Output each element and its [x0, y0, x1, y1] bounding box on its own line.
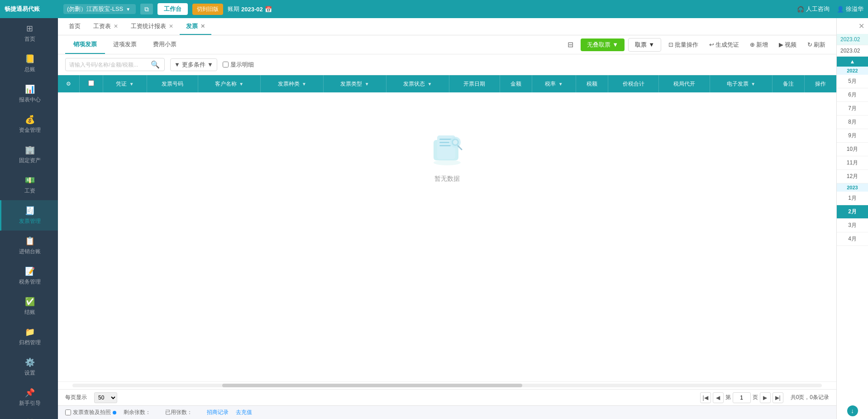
page-input[interactable] [733, 392, 751, 403]
sidebar-item-home[interactable]: ⊞ 首页 [0, 18, 58, 48]
last-page-button[interactable]: ▶| [773, 392, 783, 403]
bottom-status-bar: 发票查验及拍照 剩余张数： 已用张数： 招商记录 去充值 [58, 405, 836, 419]
take-invoice-button[interactable]: 取票 ▼ [628, 38, 661, 52]
invoice-status-filter-icon[interactable]: ▼ [427, 82, 432, 87]
invoice-type-filter-icon[interactable]: ▼ [302, 82, 306, 87]
ai-consult-button[interactable]: 🎧 人工咨询 [797, 5, 830, 13]
select-all-checkbox[interactable] [88, 80, 94, 86]
sub-tab-bar: 销项发票 进项发票 费用小票 ⊟ 无叠取票 ▼ [58, 35, 836, 54]
month-11[interactable]: 11月 [837, 156, 868, 170]
company-selector[interactable]: (勿删）江西股宝-LSS ▼ [63, 4, 136, 14]
tab-invoice-close[interactable]: ✕ [200, 23, 205, 29]
first-page-button[interactable]: |◀ [700, 392, 711, 403]
sub-tabs: 销项发票 进项发票 费用小票 [65, 36, 185, 54]
tab-salary-stats[interactable]: 工资统计报表 ✕ [124, 19, 180, 35]
sub-tab-expense[interactable]: 费用小票 [145, 36, 185, 54]
pagination: |◀ ◀ 第 页 ▶ ▶| [700, 392, 783, 403]
refresh-button[interactable]: ↻ 刷新 [804, 39, 829, 51]
month-4-2023[interactable]: 4月 [837, 232, 868, 246]
invoice-category-filter-icon[interactable]: ▼ [365, 82, 369, 87]
invoice-check-status: 发票查验及拍照 [65, 409, 116, 416]
e-invoice-filter-icon[interactable]: ▼ [751, 82, 755, 87]
sidebar-item-sales-account[interactable]: 📋 进销台账 [0, 231, 58, 261]
sidebar-item-closing[interactable]: ✅ 结账 [0, 291, 58, 322]
tax-rate-filter-icon[interactable]: ▼ [558, 82, 563, 87]
per-page-select[interactable]: 50 10 20 100 [94, 392, 117, 403]
sidebar-item-invoice-mgmt[interactable]: 🧾 发票管理 [0, 200, 58, 231]
th-e-invoice: 电子发票 ▼ [710, 75, 773, 92]
search-wrap: 🔍 [65, 58, 165, 71]
next-page-button[interactable]: ▶ [760, 392, 771, 403]
recharge-link[interactable]: 去充值 [236, 409, 252, 416]
date-panel-close-button[interactable]: ✕ [856, 19, 867, 33]
sidebar-item-vip[interactable]: 👑 畅会员 [0, 413, 58, 419]
search-input[interactable] [69, 62, 151, 68]
customer-filter-icon[interactable]: ▼ [239, 82, 243, 87]
tab-salary-table-label: 工资表 [93, 22, 111, 30]
workspace-button[interactable]: 工作台 [157, 3, 188, 15]
switch-version-button[interactable]: 切到旧版 [192, 4, 223, 15]
tab-home[interactable]: 首页 [62, 19, 87, 35]
th-checkbox[interactable] [80, 75, 103, 92]
sidebar-item-fixed-assets[interactable]: 🏢 固定资产 [0, 140, 58, 170]
sub-tab-sales[interactable]: 销项发票 [65, 36, 105, 54]
more-filter-button[interactable]: ▼ 更多条件 ▼ [170, 58, 217, 71]
sidebar-item-ledger[interactable]: 📒 总账 [0, 48, 58, 79]
no-invoice-button[interactable]: 无叠取票 ▼ [581, 39, 625, 51]
import-link[interactable]: 招商记录 [207, 409, 229, 416]
date-period-row-1[interactable]: 2023.02 [837, 34, 868, 45]
th-invoice-category: 发票类型 ▼ [324, 75, 386, 92]
voucher-filter-icon[interactable]: ▼ [129, 82, 134, 87]
year-2022-label: 2022 [837, 67, 868, 75]
horizontal-scrollbar[interactable] [58, 381, 836, 389]
up-arrow-button[interactable]: ▲ [837, 57, 868, 67]
prev-page-button[interactable]: ◀ [713, 392, 724, 403]
add-button[interactable]: ⊕ 新增 [746, 39, 772, 51]
sidebar: ⊞ 首页 📒 总账 📊 报表中心 💰 资金管理 🏢 固定资产 💵 工资 🧾 发票… [0, 18, 58, 419]
show-detail-wrap[interactable]: 显示明细 [223, 61, 254, 69]
video-button[interactable]: ▶ 视频 [775, 39, 800, 51]
invoice-check-checkbox[interactable] [65, 409, 71, 415]
sidebar-item-archive[interactable]: 📁 归档管理 [0, 322, 58, 352]
th-total: 价税合计 [608, 75, 658, 92]
th-settings[interactable]: ⚙ [58, 75, 80, 92]
month-9[interactable]: 9月 [837, 129, 868, 143]
column-settings-button[interactable]: ⊟ [563, 38, 577, 52]
month-7[interactable]: 7月 [837, 102, 868, 116]
month-12[interactable]: 12月 [837, 170, 868, 183]
scroll-bottom-button[interactable]: ↓ [847, 405, 858, 416]
funds-icon: 💰 [25, 115, 35, 125]
month-5[interactable]: 5月 [837, 75, 868, 88]
settings-icon: ⚙️ [25, 357, 35, 367]
logo-text: 畅捷通易代账 [5, 5, 40, 13]
sidebar-item-tax-mgmt[interactable]: 📝 税务管理 [0, 261, 58, 291]
tab-salary-table[interactable]: 工资表 ✕ [87, 19, 124, 35]
copy-button[interactable]: ⧉ [140, 4, 153, 14]
show-detail-checkbox[interactable] [223, 62, 229, 67]
sub-tab-purchase[interactable]: 进项发票 [105, 36, 145, 54]
month-2-2023[interactable]: 2月 [837, 205, 868, 219]
date-panel-bottom: ↓ [837, 403, 868, 419]
tab-invoice[interactable]: 发票 ✕ [180, 19, 211, 35]
generate-voucher-button[interactable]: ↩ 生成凭证 [706, 39, 743, 51]
tab-salary-table-close[interactable]: ✕ [114, 23, 118, 29]
tab-salary-stats-close[interactable]: ✕ [169, 23, 173, 29]
calendar-icon[interactable]: 📅 [265, 6, 272, 13]
sidebar-item-salary[interactable]: 💵 工资 [0, 170, 58, 200]
date-period-row-2[interactable]: 2023.02 [837, 45, 868, 57]
sidebar-item-guide[interactable]: 📌 新手引导 [0, 382, 58, 413]
sidebar-item-reports[interactable]: 📊 报表中心 [0, 79, 58, 109]
user-avatar[interactable]: 👤 徐溢华 [837, 5, 863, 13]
month-3-2023[interactable]: 3月 [837, 219, 868, 232]
month-1-2023[interactable]: 1月 [837, 192, 868, 205]
sidebar-item-funds[interactable]: 💰 资金管理 [0, 109, 58, 140]
month-8[interactable]: 8月 [837, 116, 868, 129]
month-6[interactable]: 6月 [837, 88, 868, 102]
tab-salary-stats-label: 工资统计报表 [131, 22, 166, 30]
batch-ops-button[interactable]: ⊡ 批量操作 [665, 39, 702, 51]
used-label: 已用张数： [165, 409, 192, 416]
svg-line-8 [458, 146, 462, 149]
sidebar-item-settings[interactable]: ⚙️ 设置 [0, 352, 58, 382]
month-10[interactable]: 10月 [837, 143, 868, 156]
search-icon[interactable]: 🔍 [151, 60, 160, 69]
